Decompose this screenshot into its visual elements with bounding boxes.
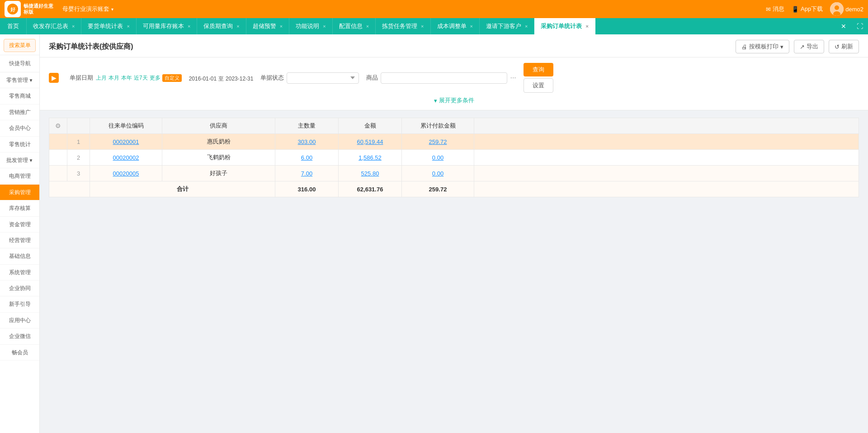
main-layout: 搜索菜单 快捷导航 零售管理 ▼ 零售商城 营销推广 会员中心 零售统计 批发管… xyxy=(0,34,868,433)
table-total-row: 合计 316.00 62,631.76 259.72 xyxy=(49,181,859,197)
tab-close-icon[interactable]: × xyxy=(127,24,129,29)
goods-more-btn[interactable]: ··· xyxy=(510,74,516,82)
sidebar-item-finance[interactable]: 资金管理 xyxy=(0,217,39,233)
sidebar-item-new-guide[interactable]: 新手引导 xyxy=(0,296,39,312)
svg-text:好: 好 xyxy=(10,7,16,12)
tab-close-icon[interactable]: × xyxy=(236,24,239,29)
tab-overstock[interactable]: 超储预警 × xyxy=(246,18,289,34)
sidebar-item-enterprise-wechat[interactable]: 企业微信 xyxy=(0,328,39,344)
tab-home[interactable]: 首页 xyxy=(0,18,27,34)
table-header-row: ⚙ 往来单位编码 供应商 主数量 金额 累计付款金额 xyxy=(49,118,859,134)
goods-input[interactable] xyxy=(381,72,507,84)
gear-icon[interactable]: ⚙ xyxy=(55,122,61,129)
sidebar-item-wholesale[interactable]: 批发管理 ▼ xyxy=(0,152,39,168)
total-amount: 62,631.76 xyxy=(339,181,402,197)
sidebar-item-operation[interactable]: 经营管理 xyxy=(0,233,39,248)
message-icon: ✉ xyxy=(766,6,771,13)
tab-stock-ledger[interactable]: 可用量库存账本 × xyxy=(137,18,197,34)
filter-goods-item: 商品 ··· xyxy=(366,72,516,84)
chevron-down-icon: ▾ xyxy=(111,7,113,12)
chevron-down-icon: ▼ xyxy=(29,158,33,163)
tab-invite-downstream[interactable]: 邀请下游客户 × xyxy=(480,18,534,34)
quick-nav-btn[interactable]: 快捷导航 xyxy=(4,58,36,69)
svg-point-3 xyxy=(835,5,839,10)
export-icon: ↗ xyxy=(800,43,805,50)
shortcut-7days[interactable]: 近7天 xyxy=(134,74,148,82)
app-download-btn[interactable]: 📱 App下载 xyxy=(792,5,823,13)
total-qty: 316.00 xyxy=(275,181,339,197)
expand-more-btn[interactable]: ▾ 展开更多条件 xyxy=(434,96,474,105)
print-icon: 🖨 xyxy=(741,43,747,50)
table-row: 3 00020005 好孩子 7.00 525.80 0.00 xyxy=(49,166,859,181)
expand-row: ▾ 展开更多条件 xyxy=(49,96,859,105)
tab-close-icon[interactable]: × xyxy=(323,24,326,29)
sidebar-item-marketing[interactable]: 营销推广 xyxy=(0,105,39,120)
sidebar-search-area: 搜索菜单 xyxy=(0,34,39,55)
shortcut-last-month[interactable]: 上月 xyxy=(96,74,107,82)
filter-toggle-btn[interactable]: ▶ xyxy=(49,73,59,83)
nav-right-controls: ✕ ⛶ xyxy=(835,18,868,34)
tab-receive-summary[interactable]: 收发存汇总表 × xyxy=(27,18,81,34)
content-area: 采购订单统计表(按供应商) 🖨 按模板打印 ▾ ↗ 导出 ↺ 刷新 xyxy=(40,34,868,433)
settings-button[interactable]: 设置 xyxy=(524,78,553,93)
total-paid: 259.72 xyxy=(402,181,474,197)
sidebar-item-retail-mgmt[interactable]: 零售管理 ▼ xyxy=(0,72,39,88)
tab-shelf-life[interactable]: 保质期查询 × xyxy=(197,18,246,34)
tab-function-desc[interactable]: 功能说明 × xyxy=(289,18,332,34)
tab-cost-adjust[interactable]: 成本调整单 × xyxy=(431,18,480,34)
tab-close-icon[interactable]: × xyxy=(470,24,473,29)
sidebar-item-inventory-check[interactable]: 库存核算 xyxy=(0,200,39,216)
date-range-text: 2016-01-01 至 2023-12-31 xyxy=(189,75,254,83)
tab-config-info[interactable]: 配置信息 × xyxy=(333,18,376,34)
shortcut-this-year[interactable]: 本年 xyxy=(121,74,132,82)
total-label: 合计 xyxy=(90,181,275,197)
sidebar-item-retail-stats[interactable]: 零售统计 xyxy=(0,137,39,152)
sidebar-quick-area: 快捷导航 xyxy=(0,55,39,72)
col-header-paid: 累计付款金额 xyxy=(402,118,474,134)
sidebar-item-member-plus[interactable]: 畅会员 xyxy=(0,345,39,361)
user-profile[interactable]: demo2 xyxy=(830,2,863,16)
tab-order-stats[interactable]: 要货单统计表 × xyxy=(81,18,136,34)
query-button[interactable]: 查询 xyxy=(524,63,553,76)
col-header-code: 往来单位编码 xyxy=(90,118,162,134)
sidebar-item-purchase-mgmt[interactable]: 采购管理 xyxy=(0,185,39,200)
filter-area: ▶ 单据日期 上月 本月 本年 近7天 更多 自定义 2016-01-01 xyxy=(40,57,868,110)
header-actions: 🖨 按模板打印 ▾ ↗ 导出 ↺ 刷新 xyxy=(736,40,859,53)
tab-close-icon[interactable]: × xyxy=(280,24,283,29)
export-button[interactable]: ↗ 导出 xyxy=(794,40,824,53)
workspace-selector[interactable]: 母婴行业演示账套 ▾ xyxy=(62,5,113,13)
tab-close-icon[interactable]: × xyxy=(188,24,190,29)
data-table: ⚙ 往来单位编码 供应商 主数量 金额 累计付款金额 1 xyxy=(49,118,859,197)
tab-close-icon[interactable]: × xyxy=(72,24,75,29)
refresh-icon: ↺ xyxy=(835,43,840,50)
refresh-button[interactable]: ↺ 刷新 xyxy=(829,40,859,53)
sidebar-item-enterprise-coop[interactable]: 企业协同 xyxy=(0,281,39,296)
search-menu-btn[interactable]: 搜索菜单 xyxy=(4,39,36,52)
top-right-actions: ✉ 消息 📱 App下载 demo2 xyxy=(766,2,863,16)
sidebar-item-ecommerce[interactable]: 电商管理 xyxy=(0,168,39,184)
status-select[interactable]: 待审核 已审核 已完成 xyxy=(287,72,359,84)
filter-status-item: 单据状态 待审核 已审核 已完成 xyxy=(260,72,359,84)
table-row: 1 00020001 惠氏奶粉 303.00 60,519.44 259.72 xyxy=(49,134,859,150)
tab-pick-task[interactable]: 拣货任务管理 × xyxy=(376,18,430,34)
tab-close-icon[interactable]: × xyxy=(525,24,528,29)
print-button[interactable]: 🖨 按模板打印 ▾ xyxy=(736,40,789,53)
tab-purchase-stats[interactable]: 采购订单统计表 × xyxy=(534,18,595,34)
sidebar-item-basic-info[interactable]: 基础信息 xyxy=(0,248,39,264)
avatar xyxy=(830,2,844,16)
message-btn[interactable]: ✉ 消息 xyxy=(766,5,784,13)
sidebar-item-app-center[interactable]: 应用中心 xyxy=(0,313,39,328)
tab-close-icon[interactable]: × xyxy=(585,24,588,29)
tab-expand-btn[interactable]: ⛶ xyxy=(852,18,868,34)
tab-close-icon[interactable]: × xyxy=(366,24,369,29)
sidebar-item-retail-store[interactable]: 零售商城 xyxy=(0,88,39,104)
page-title: 采购订单统计表(按供应商) xyxy=(49,42,133,52)
tab-close-icon[interactable]: × xyxy=(421,24,424,29)
shortcut-more[interactable]: 更多 xyxy=(150,74,160,82)
sidebar-item-member[interactable]: 会员中心 xyxy=(0,120,39,136)
filter-date-item: 单据日期 上月 本月 本年 近7天 更多 自定义 xyxy=(70,74,182,82)
logo-text: 畅捷通好生意 标版 xyxy=(24,3,53,15)
tab-close-all-btn[interactable]: ✕ xyxy=(835,18,852,34)
sidebar-item-system[interactable]: 系统管理 xyxy=(0,265,39,281)
shortcut-this-month[interactable]: 本月 xyxy=(108,74,119,82)
